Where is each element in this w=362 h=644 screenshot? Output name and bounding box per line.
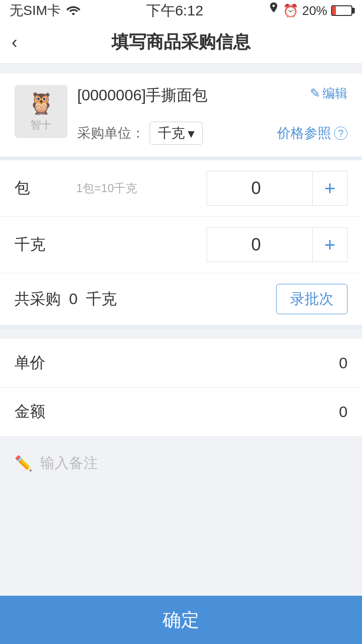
pencil-icon: ✏️ (14, 455, 32, 472)
status-right: ⏰ 20% (268, 2, 352, 19)
battery-percent: 20% (302, 3, 327, 18)
kg-input-row: 千克 + (0, 217, 362, 273)
summary-row: 共采购 0 千克 录批次 (0, 273, 362, 325)
kg-label: 千克 (14, 234, 72, 255)
unit-price-value: 0 (339, 354, 348, 372)
info-icon: ? (334, 126, 348, 140)
purchase-unit-selector[interactable]: 采购单位： 千克 ▾ (77, 122, 203, 145)
bag-hint: 1包=10千克 (76, 181, 207, 196)
page-title: 填写商品采购信息 (111, 30, 251, 54)
location-icon (268, 2, 279, 19)
product-card: 🦉 智十 [0000006]手撕面包 ✎ 编辑 采购单位： 千克 ▾ 价格参照 (0, 73, 362, 156)
price-ref-button[interactable]: 价格参照 ? (277, 124, 348, 142)
product-name: [0000006]手撕面包 (77, 85, 208, 106)
bag-increment-button[interactable]: + (313, 171, 348, 206)
summary-amount: 0 (69, 290, 78, 308)
unit-select-dropdown[interactable]: 千克 ▾ (150, 122, 203, 145)
product-logo-text: 智十 (30, 118, 52, 132)
bag-input-control: + (207, 171, 348, 206)
carrier-text: 无SIM卡 (10, 1, 61, 20)
confirm-button[interactable]: 确定 (0, 596, 362, 644)
plus-icon: + (324, 178, 335, 199)
note-input[interactable]: 输入备注 (40, 453, 98, 473)
product-info: [0000006]手撕面包 ✎ 编辑 采购单位： 千克 ▾ 价格参照 ? (77, 85, 348, 145)
kg-increment-button[interactable]: + (313, 227, 348, 262)
edit-label: 编辑 (322, 85, 348, 102)
price-ref-group: 价格参照 ? (277, 124, 348, 142)
purchase-unit-label: 采购单位： (77, 124, 145, 142)
time-text: 下午6:12 (146, 1, 203, 21)
summary-unit: 千克 (86, 290, 117, 308)
bag-input-row: 包 1包=10千克 + (0, 160, 362, 217)
unit-price-label: 单价 (14, 352, 45, 374)
bag-label: 包 (14, 178, 72, 199)
product-meta: 采购单位： 千克 ▾ 价格参照 ? (77, 122, 348, 145)
batch-record-button[interactable]: 录批次 (276, 284, 348, 314)
alarm-icon: ⏰ (283, 3, 298, 18)
status-left: 无SIM卡 (10, 1, 81, 20)
back-button[interactable]: ‹ (12, 32, 17, 53)
price-ref-label: 价格参照 (277, 124, 331, 142)
kg-input-control: + (207, 227, 348, 262)
edit-icon: ✎ (310, 86, 320, 101)
amount-row: 金额 0 (0, 388, 362, 436)
quantity-input-section: 包 1包=10千克 + 千克 + (0, 160, 362, 273)
status-bar: 无SIM卡 下午6:12 ⏰ 20% (0, 0, 362, 21)
bag-quantity-input[interactable] (207, 171, 313, 206)
section-divider-mid (0, 325, 362, 329)
unit-value: 千克 (158, 124, 185, 142)
wifi-icon (66, 3, 81, 18)
note-section[interactable]: ✏️ 输入备注 (0, 440, 362, 487)
nav-bar: ‹ 填写商品采购信息 (0, 21, 362, 64)
confirm-button-label: 确定 (163, 608, 199, 632)
chevron-down-icon: ▾ (188, 126, 195, 141)
product-logo-icon: 🦉 (28, 91, 55, 116)
summary-prefix: 共采购 (14, 290, 61, 308)
svg-point-0 (72, 13, 74, 15)
product-thumbnail: 🦉 智十 (14, 85, 68, 138)
kg-quantity-input[interactable] (207, 227, 313, 262)
section-divider-top (0, 156, 362, 160)
unit-price-row: 单价 0 (0, 339, 362, 388)
edit-button[interactable]: ✎ 编辑 (310, 85, 348, 102)
summary-text: 共采购 0 千克 (14, 289, 117, 310)
battery-icon (331, 5, 352, 16)
amount-value: 0 (339, 403, 348, 421)
amount-label: 金额 (14, 401, 45, 422)
price-section: 单价 0 金额 0 (0, 339, 362, 436)
plus-icon-2: + (324, 234, 335, 256)
